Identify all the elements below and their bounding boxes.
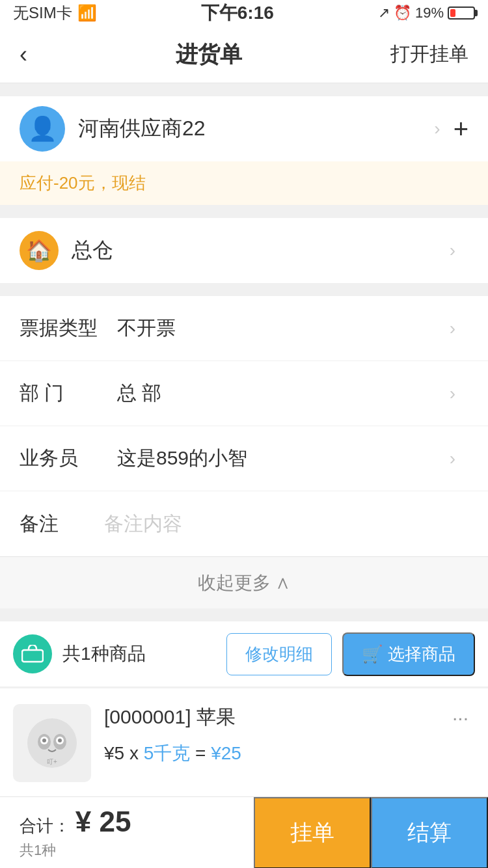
location-icon: ↗ — [378, 5, 390, 21]
product-count-label: 共1种商品 — [62, 642, 226, 666]
back-button[interactable]: ‹ — [20, 41, 27, 68]
salesperson-label: 业务员 — [20, 445, 104, 472]
total-section: 合计： ¥ 25 共1种 — [0, 806, 254, 860]
supplier-section[interactable]: 👤 河南供应商22 › + — [0, 96, 488, 161]
select-product-button[interactable]: 🛒 选择商品 — [342, 632, 475, 676]
salesperson-value: 这是859的小智 — [104, 445, 450, 472]
invoice-type-chevron-icon: › — [450, 318, 455, 339]
checkout-button[interactable]: 结算 — [371, 797, 488, 869]
subtotal: ¥25 — [211, 743, 241, 763]
supplier-avatar: 👤 — [20, 106, 65, 152]
warehouse-chevron-icon: › — [450, 240, 455, 261]
svg-point-6 — [42, 739, 46, 742]
notice-text: 应付-20元，现结 — [20, 173, 146, 193]
notice-bar: 应付-20元，现结 — [0, 161, 488, 205]
product-thumbnail: 叮+ — [13, 704, 91, 782]
page-title: 进货单 — [176, 40, 242, 70]
wifi-icon: 📶 — [77, 4, 97, 22]
status-time: 下午6:16 — [201, 1, 274, 25]
svg-text:叮+: 叮+ — [47, 758, 57, 765]
total-row: 合计： ¥ 25 — [20, 806, 234, 838]
remark-row[interactable]: 备注 备注内容 — [0, 491, 488, 556]
equals-sign: = — [195, 743, 211, 763]
product-price-row: ¥5 x 5千克 = ¥25 — [104, 741, 446, 766]
remark-label: 备注 — [20, 511, 104, 537]
department-row[interactable]: 部 门 总 部 › — [0, 361, 488, 426]
product-header: 共1种商品 修改明细 🛒 选择商品 — [0, 621, 488, 686]
add-supplier-button[interactable]: + — [454, 115, 468, 144]
product-section-icon — [13, 634, 52, 673]
bottom-bar: 合计： ¥ 25 共1种 挂单 结算 — [0, 796, 488, 868]
form-section: 票据类型 不开票 › 部 门 总 部 › 业务员 这是859的小智 › 备注 备… — [0, 296, 488, 556]
open-pending-button[interactable]: 打开挂单 — [390, 41, 468, 68]
invoice-type-label: 票据类型 — [20, 315, 104, 342]
collapse-label: 收起更多 ∧ — [198, 571, 291, 595]
invoice-type-row[interactable]: 票据类型 不开票 › — [0, 296, 488, 361]
product-info: [0000001] 苹果 ¥5 x 5千克 = ¥25 — [104, 704, 446, 766]
salesperson-chevron-icon: › — [450, 448, 455, 469]
alarm-icon: ⏰ — [394, 5, 411, 21]
supplier-chevron-icon: › — [434, 118, 440, 139]
battery-icon — [448, 7, 475, 20]
unit-price: ¥5 — [104, 743, 124, 763]
warehouse-icon: 🏠 — [20, 231, 59, 270]
warehouse-name: 总仓 — [72, 236, 450, 265]
status-right: ↗ ⏰ 19% — [378, 5, 475, 21]
hang-order-button[interactable]: 挂单 — [254, 797, 371, 869]
supplier-name: 河南供应商22 — [78, 115, 434, 143]
status-left: 无SIM卡 📶 — [13, 3, 97, 23]
person-icon: 👤 — [28, 115, 57, 142]
select-product-label: 选择商品 — [388, 643, 455, 666]
battery-percentage: 19% — [415, 5, 444, 21]
svg-rect-0 — [22, 650, 43, 662]
carrier-text: 无SIM卡 — [13, 3, 72, 23]
collapse-bar[interactable]: 收起更多 ∧ — [0, 556, 488, 608]
product-item: 叮+ [0000001] 苹果 ¥5 x 5千克 = ¥25 ··· — [0, 688, 488, 798]
department-label: 部 门 — [20, 380, 104, 407]
total-amount: ¥ 25 — [75, 806, 131, 837]
total-count: 共1种 — [20, 841, 234, 860]
department-chevron-icon: › — [450, 383, 455, 404]
remark-placeholder: 备注内容 — [104, 511, 468, 537]
department-value: 总 部 — [104, 380, 450, 407]
product-name: [0000001] 苹果 — [104, 704, 446, 731]
total-label: 合计： — [20, 816, 70, 835]
product-code: [0000001] — [104, 706, 191, 727]
invoice-type-value: 不开票 — [104, 315, 450, 342]
nav-bar: ‹ 进货单 打开挂单 — [0, 26, 488, 83]
quantity: 5千克 — [144, 743, 191, 763]
status-bar: 无SIM卡 📶 下午6:16 ↗ ⏰ 19% — [0, 0, 488, 26]
price-separator: x — [129, 743, 144, 763]
edit-detail-button[interactable]: 修改明细 — [226, 633, 332, 675]
warehouse-row[interactable]: 🏠 总仓 › — [0, 218, 488, 283]
salesperson-row[interactable]: 业务员 这是859的小智 › — [0, 426, 488, 491]
svg-point-7 — [58, 739, 62, 742]
product-apple: 苹果 — [197, 706, 236, 727]
product-more-button[interactable]: ··· — [446, 704, 475, 731]
select-product-icon: 🛒 — [362, 644, 383, 664]
